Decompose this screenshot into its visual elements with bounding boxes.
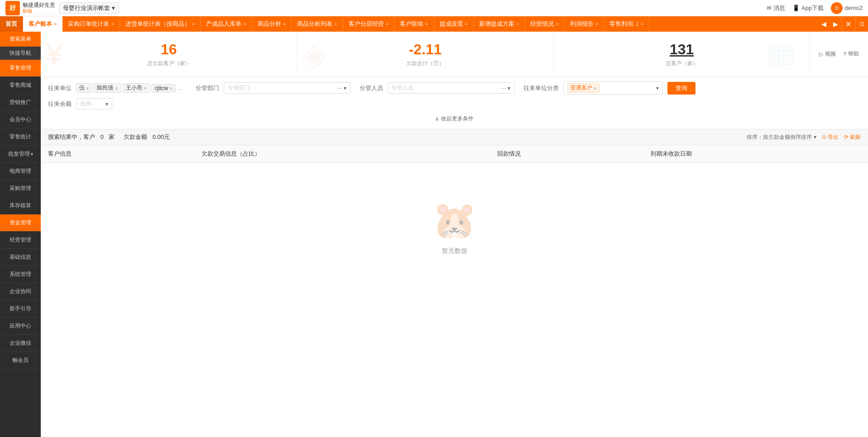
close-tab-customer-account[interactable]: × [54, 21, 57, 27]
tab-promotion-settings[interactable]: 提成设置 × [434, 16, 474, 32]
top-bar-left: 好 畅捷通好生意 标版 母婴行业演示帐套 ▾ [5, 1, 119, 15]
nav-close-all[interactable]: ✕ [842, 16, 854, 32]
remove-tag-company1[interactable]: × [86, 86, 89, 91]
sidebar-item-vip[interactable]: 畅会员 [0, 352, 41, 369]
collapse-filter-btn[interactable]: ∧ 收起更多条件 [48, 113, 861, 124]
nav-prev-arrow[interactable]: ◀ [818, 16, 829, 32]
sidebar-item-basic-info[interactable]: 基础信息 [0, 249, 41, 266]
tab-retail-profit[interactable]: 零售利润（ × [604, 16, 649, 32]
close-tab-profit-report[interactable]: × [595, 21, 598, 27]
export-button[interactable]: ⊙ 导出 [822, 133, 839, 141]
col-due-date: 到期未收款日期 [643, 145, 868, 163]
tab-profit-report[interactable]: 利润报告 × [565, 16, 604, 32]
close-tab-product-analysis-list[interactable]: × [334, 21, 337, 27]
close-tab-retail-profit[interactable]: × [641, 21, 643, 27]
tab-new-promotion[interactable]: 新增提成方案 × [474, 16, 525, 32]
refresh-button[interactable]: ⟳ 刷新 [844, 133, 861, 141]
results-actions: 排序：按欠款金额倒序排序 ▾ ⊙ 导出 ⟳ 刷新 [747, 133, 861, 141]
top-bar-right: ✉ 消息 📱 App下载 D demo2 [767, 2, 863, 14]
sidebar-item-app-center[interactable]: 应用中心 [0, 318, 41, 335]
remove-tag-company2[interactable]: × [115, 86, 117, 91]
sidebar-item-finance[interactable]: 资金管理 [0, 214, 41, 232]
close-tab-operation-status[interactable]: × [556, 21, 558, 27]
sidebar-item-purchase[interactable]: 采购管理 [0, 180, 41, 197]
remove-tag-company3[interactable]: × [144, 86, 146, 91]
chevron-down-icon: ▾ [112, 5, 115, 11]
help-action[interactable]: ? 帮助 [843, 50, 859, 58]
sidebar-item-retail-stats[interactable]: 零售统计 [0, 128, 41, 146]
logo-icon: 好 [5, 1, 20, 15]
close-tab-purchase-order[interactable]: × [111, 21, 114, 27]
filter-more-tags[interactable]: ... [177, 85, 182, 91]
sidebar-item-enterprise[interactable]: 企业协同 [0, 283, 41, 300]
remove-tag-category[interactable]: × [594, 86, 596, 91]
filter-tag-company2: 陈民强 × [94, 83, 120, 93]
sidebar-item-retail[interactable]: 零售管理 [0, 60, 41, 77]
filter-area: 往来单位 伍 × 陈民强 × 王小亮 × cjttcw [41, 77, 868, 129]
sidebar-item-wholesale[interactable]: 批发管理 ▾ [0, 146, 41, 163]
sidebar-search[interactable]: 搜索菜单 [0, 32, 41, 47]
close-tab-product-entry[interactable]: × [243, 21, 246, 27]
tab-purchase-order[interactable]: 采购订单统计表 × [62, 16, 120, 32]
sidebar-item-ecommerce[interactable]: 电商管理 [0, 163, 41, 180]
tab-customer-account[interactable]: 客户账本 × [23, 16, 62, 32]
empty-icon: 🐹 [432, 199, 477, 242]
sidebar: 搜索菜单 快捷导航 零售管理 零售商城 营销推广 会员中心 零售统计 批发管理 … [0, 32, 41, 437]
sidebar-item-retail-store[interactable]: 零售商城 [0, 77, 41, 94]
user-profile[interactable]: D demo2 [831, 2, 863, 14]
customer-account-label: 客户账本 [29, 20, 52, 28]
sidebar-item-inventory[interactable]: 库存核算 [0, 197, 41, 214]
tab-product-analysis[interactable]: 商品分析 × [252, 16, 292, 32]
sidebar-item-marketing[interactable]: 营销推广 [0, 94, 41, 111]
close-tab-purchase-stats[interactable]: × [192, 21, 195, 27]
category-select[interactable]: 普通客户 × ▾ [563, 81, 663, 95]
stat-bg-icon-2: ◈ [302, 36, 326, 73]
nav-next-arrow[interactable]: ▶ [830, 16, 841, 32]
close-tab-customer-segment[interactable]: × [386, 21, 388, 27]
category-label: 往来单位分类 [523, 84, 559, 92]
sidebar-item-wechat[interactable]: 企业微信 [0, 335, 41, 352]
industry-selector[interactable]: 母婴行业演示帐套 ▾ [59, 2, 119, 14]
close-tab-customer-contact[interactable]: × [425, 21, 428, 27]
tab-customer-contact[interactable]: 客户联络 × [394, 16, 434, 32]
company-label: 往来单位 [48, 84, 72, 92]
app-download-action[interactable]: 📱 App下载 [792, 4, 824, 12]
tab-product-analysis-list[interactable]: 商品分析列表 × [292, 16, 343, 32]
dept-select[interactable]: 分管部门 ··· ▾ [224, 82, 350, 94]
sort-label: 排序：按欠款金额倒序排序 [747, 133, 812, 141]
filter-row-1: 往来单位 伍 × 陈民强 × 王小亮 × cjttcw [48, 81, 861, 95]
message-action[interactable]: ✉ 消息 [767, 4, 785, 12]
close-tab-promotion-settings[interactable]: × [465, 21, 468, 27]
results-bar: 搜索结果中，客户 0 家 欠款金额 0.00元 排序：按欠款金额倒序排序 ▾ ⊙… [41, 129, 868, 145]
sidebar-item-member[interactable]: 会员中心 [0, 111, 41, 128]
stat-bg-icon-1: ¥ [45, 36, 63, 72]
sort-select[interactable]: 排序：按欠款金额倒序排序 ▾ [747, 133, 816, 141]
sidebar-item-newbie[interactable]: 新手引导 [0, 300, 41, 318]
tab-purchase-stats[interactable]: 进货单统计表（按商品） × [120, 16, 201, 32]
tab-home[interactable]: 首页 [0, 16, 23, 32]
query-button[interactable]: 查询 [667, 82, 695, 95]
balance-select[interactable]: 选择... ▾ [76, 98, 112, 109]
table-wrap: 客户信息 欠款交易信息（占比） 回款情况 到期未收款日期 🐹 暂无数据 [41, 145, 868, 437]
promotion-settings-label: 提成设置 [440, 20, 463, 28]
col-customer-info: 客户信息 [41, 145, 194, 163]
nav-maximize[interactable]: ⊡ [855, 16, 868, 32]
stat-total-customers: ¥ 16 总欠款客户（家） [41, 32, 297, 76]
data-table: 客户信息 欠款交易信息（占比） 回款情况 到期未收款日期 [41, 145, 868, 163]
remove-tag-company4[interactable]: × [169, 86, 172, 91]
sidebar-item-system[interactable]: 系统管理 [0, 266, 41, 283]
company-tags: 伍 × 陈民强 × 王小亮 × cjttcw × ... [76, 83, 182, 93]
tab-customer-segment[interactable]: 客户分层经营 × [343, 16, 394, 32]
tab-product-entry[interactable]: 产成品入库单 × [201, 16, 252, 32]
close-tab-product-analysis[interactable]: × [283, 21, 286, 27]
stat-label-debt: 欠款合计（万） [406, 60, 444, 67]
phone-icon: 📱 [792, 5, 800, 11]
sidebar-quick-nav[interactable]: 快捷导航 [0, 47, 41, 60]
product-entry-label: 产成品入库单 [206, 20, 241, 28]
video-action[interactable]: ▷ 视频 [819, 50, 836, 58]
person-select[interactable]: 分管人员 ··· ▾ [388, 82, 514, 94]
close-tab-new-promotion[interactable]: × [516, 21, 519, 27]
export-icon: ⊙ [822, 134, 826, 140]
tab-operation-status[interactable]: 经营情况 × [525, 16, 564, 32]
sidebar-item-operation[interactable]: 经营管理 [0, 232, 41, 249]
